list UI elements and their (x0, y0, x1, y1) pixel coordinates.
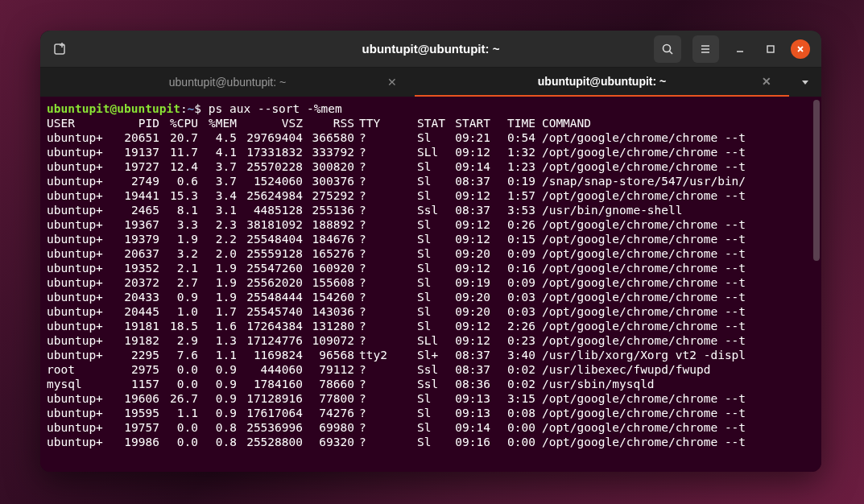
table-row: ubuntup+27490.63.71524060300376?Sl08:370… (47, 174, 746, 188)
cell-pid: 19352 (111, 261, 159, 275)
cell-mem: 4.5 (198, 130, 237, 145)
cell-stat: Sl (393, 261, 445, 275)
cell-rss: 96568 (303, 348, 354, 362)
cell-rss: 78660 (303, 377, 354, 391)
cell-time: 1:32 (490, 145, 535, 159)
cell-cpu: 12.4 (159, 159, 198, 174)
col-tty: TTY (354, 116, 393, 130)
tab-dropdown-button[interactable] (789, 68, 821, 97)
cell-vsz: 17124776 (237, 333, 303, 348)
cell-tty: ? (354, 362, 393, 377)
cell-pid: 19182 (111, 333, 159, 348)
cell-cpu: 15.3 (159, 188, 198, 203)
search-button[interactable] (654, 35, 681, 63)
table-row: ubuntup+1944115.33.425624984275292?Sl09:… (47, 188, 746, 203)
cell-tty: ? (354, 377, 393, 391)
cell-vsz: 25562020 (237, 275, 303, 290)
cell-user: ubuntup+ (47, 188, 111, 203)
cell-cpu: 18.5 (159, 319, 198, 333)
cell-cmd: /opt/google/chrome/chrome --t (535, 217, 746, 232)
cell-cmd: /snap/snap-store/547/usr/bin/ (535, 174, 746, 188)
cell-time: 0:08 (490, 406, 535, 420)
cell-stat: SLl (393, 333, 445, 348)
minimize-button[interactable] (730, 39, 750, 59)
cell-mem: 0.9 (198, 377, 237, 391)
cell-cpu: 0.0 (159, 420, 198, 435)
cell-start: 09:13 (445, 406, 490, 420)
cell-stat: Sl (393, 420, 445, 435)
cell-user: ubuntup+ (47, 304, 111, 319)
cell-vsz: 17617064 (237, 406, 303, 420)
cell-pid: 19727 (111, 159, 159, 174)
new-tab-button[interactable] (47, 35, 74, 63)
cell-cmd: /opt/google/chrome/chrome --t (535, 304, 746, 319)
maximize-button[interactable] (761, 39, 780, 59)
cell-vsz: 25536996 (237, 420, 303, 435)
cell-stat: Sl (393, 174, 445, 188)
cell-tty: ? (354, 261, 393, 275)
cell-user: root (47, 362, 111, 377)
cell-rss: 74276 (303, 406, 354, 420)
cell-cmd: /opt/google/chrome/chrome --t (535, 435, 746, 449)
cell-time: 0:03 (490, 304, 535, 319)
cell-start: 09:16 (445, 435, 490, 449)
cell-pid: 20433 (111, 290, 159, 304)
close-button[interactable] (791, 39, 810, 59)
cell-stat: Ssl (393, 377, 445, 391)
cell-user: ubuntup+ (47, 420, 111, 435)
cell-start: 08:37 (445, 174, 490, 188)
col-time: TIME (490, 116, 535, 130)
cell-vsz: 444060 (237, 362, 303, 377)
scrollbar[interactable] (813, 100, 820, 261)
cell-mem: 3.4 (198, 188, 237, 203)
tab-label: ubuntupit@ubuntupit: ~ (538, 75, 666, 88)
tab-2[interactable]: ubuntupit@ubuntupit: ~ ✕ (415, 68, 789, 97)
cell-start: 09:19 (445, 275, 490, 290)
cell-user: ubuntup+ (47, 145, 111, 159)
cell-pid: 19606 (111, 391, 159, 406)
cell-time: 3:53 (490, 203, 535, 217)
tab-close-icon[interactable]: ✕ (762, 75, 771, 88)
cell-cmd: /opt/google/chrome/chrome --t (535, 130, 746, 145)
cell-vsz: 29769404 (237, 130, 303, 145)
col-start: START (445, 116, 490, 130)
cell-user: ubuntup+ (47, 130, 111, 145)
cell-pid: 2465 (111, 203, 159, 217)
cell-stat: Ssl (393, 362, 445, 377)
cell-vsz: 1169824 (237, 348, 303, 362)
cell-pid: 19595 (111, 406, 159, 420)
cell-cpu: 1.1 (159, 406, 198, 420)
cell-stat: Sl (393, 159, 445, 174)
svg-marker-12 (802, 81, 808, 85)
col-stat: STAT (393, 116, 445, 130)
cell-tty: ? (354, 130, 393, 145)
terminal-body[interactable]: ubuntupit@ubuntupit:~$ ps aux --sort -%m… (40, 97, 821, 472)
cell-time: 0:02 (490, 362, 535, 377)
cell-rss: 366580 (303, 130, 354, 145)
cell-pid: 20637 (111, 246, 159, 261)
cell-cmd: /opt/google/chrome/chrome --t (535, 188, 746, 203)
table-row: ubuntup+193791.92.225548404184676?Sl09:1… (47, 232, 746, 246)
cell-pid: 20445 (111, 304, 159, 319)
tab-1[interactable]: ubuntupit@ubuntupit: ~ ✕ (40, 68, 415, 97)
cell-cmd: /opt/google/chrome/chrome --t (535, 145, 746, 159)
cell-cpu: 2.1 (159, 261, 198, 275)
cell-user: ubuntup+ (47, 217, 111, 232)
cell-time: 2:26 (490, 319, 535, 333)
cell-rss: 165276 (303, 246, 354, 261)
cell-cpu: 2.9 (159, 333, 198, 348)
cell-rss: 77800 (303, 391, 354, 406)
tab-close-icon[interactable]: ✕ (387, 76, 397, 89)
cell-user: ubuntup+ (47, 203, 111, 217)
cell-time: 0:00 (490, 435, 535, 449)
cell-start: 09:12 (445, 261, 490, 275)
cell-time: 0:16 (490, 261, 535, 275)
cell-time: 0:23 (490, 333, 535, 348)
table-row: ubuntup+199860.00.82552880069320?Sl09:16… (47, 435, 746, 449)
hamburger-menu-button[interactable] (692, 35, 720, 63)
cell-mem: 1.9 (198, 290, 237, 304)
cell-cmd: /opt/google/chrome/chrome --t (535, 391, 746, 406)
cell-cmd: /opt/google/chrome/chrome --t (535, 420, 746, 435)
cell-mem: 0.9 (198, 406, 237, 420)
cell-time: 0:26 (490, 217, 535, 232)
